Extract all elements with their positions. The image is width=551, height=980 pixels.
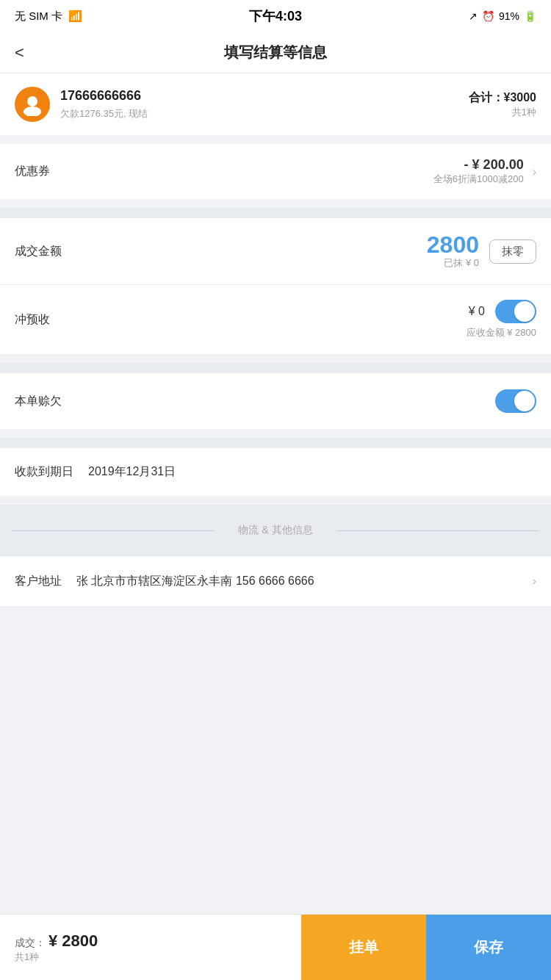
page-title: 填写结算等信息 xyxy=(224,43,327,62)
status-left: 无 SIM 卡 📶 xyxy=(15,10,82,24)
toggle-knob xyxy=(514,301,535,322)
customer-debt: 欠款1276.35元, 现结 xyxy=(60,107,148,120)
bottom-gray-area xyxy=(0,606,551,665)
coupon-chevron-icon: › xyxy=(533,165,536,179)
nav-bar: < 填写结算等信息 xyxy=(0,32,551,73)
deal-amount-right: 2800 已抹 ¥ 0 抹零 xyxy=(427,233,536,270)
address-row[interactable]: 客户地址 张 北京市市辖区海淀区永丰南 156 6666 6666 › xyxy=(0,556,551,606)
customer-info-card: 17666666666 欠款1276.35元, 现结 合计：¥3000 共1种 xyxy=(0,73,551,135)
deal-amount-sub: 已抹 ¥ 0 xyxy=(427,256,479,270)
prepayment-value: ¥ 0 xyxy=(469,305,485,318)
prepayment-sub: 应收金额 ¥ 2800 xyxy=(467,326,536,339)
suspend-button[interactable]: 挂单 xyxy=(301,915,426,981)
customer-details: 17666666666 欠款1276.35元, 现结 xyxy=(60,88,148,120)
customer-total: 合计：¥3000 共1种 xyxy=(469,90,537,119)
credit-debt-row: 本单赊欠 xyxy=(0,373,551,429)
coupon-desc: 全场6折满1000减200 xyxy=(433,173,524,186)
form-card-3: 收款到期日 2019年12月31日 xyxy=(0,448,551,496)
gray-divider-5 xyxy=(0,546,551,556)
logistics-divider: 物流 & 其他信息 xyxy=(0,515,551,546)
gray-divider-1 xyxy=(0,208,551,218)
due-date-label: 收款到期日 xyxy=(15,464,73,480)
sim-label: 无 SIM 卡 xyxy=(15,10,62,24)
gray-divider-3 xyxy=(0,438,551,448)
avatar xyxy=(15,87,50,122)
svg-point-0 xyxy=(27,96,37,107)
address-chevron-icon: › xyxy=(533,574,536,588)
credit-debt-toggle-knob xyxy=(514,391,535,411)
coupon-row[interactable]: 优惠券 - ¥ 200.00 全场6折满1000减200 › xyxy=(0,144,551,199)
coupon-label: 优惠券 xyxy=(15,164,50,179)
divider-line-right xyxy=(336,530,539,531)
total-count: 共1种 xyxy=(469,106,537,119)
alarm-icon: ⏰ xyxy=(482,10,494,22)
status-time: 下午4:03 xyxy=(249,7,302,25)
form-card-1: 成交金额 2800 已抹 ¥ 0 抹零 冲预收 ¥ 0 应收金额 ¥ 2800 xyxy=(0,218,551,354)
footer-count: 共1种 xyxy=(15,951,287,964)
save-button[interactable]: 保存 xyxy=(426,915,551,981)
deal-amount-label: 成交金额 xyxy=(15,244,62,259)
battery-icon: 🔋 xyxy=(524,10,536,22)
customer-left: 17666666666 欠款1276.35元, 现结 xyxy=(15,87,148,122)
deal-amount-value: 2800 xyxy=(427,233,479,256)
deal-amount-row: 成交金额 2800 已抹 ¥ 0 抹零 xyxy=(0,218,551,285)
back-button[interactable]: < xyxy=(15,43,24,62)
gray-divider-2 xyxy=(0,363,551,373)
logistics-divider-text: 物流 & 其他信息 xyxy=(238,524,312,537)
footer-info: 成交： ¥ 2800 共1种 xyxy=(0,932,301,964)
credit-debt-label: 本单赊欠 xyxy=(15,394,62,409)
round-zero-button[interactable]: 抹零 xyxy=(489,239,536,264)
prepayment-label: 冲预收 xyxy=(15,312,50,328)
svg-point-1 xyxy=(24,107,41,116)
total-amount: 合计：¥3000 xyxy=(469,90,537,106)
status-bar: 无 SIM 卡 📶 下午4:03 ↗ ⏰ 91% 🔋 xyxy=(0,0,551,32)
address-value: 张 北京市市辖区海淀区永丰南 156 6666 6666 xyxy=(76,572,527,590)
gray-divider-4 xyxy=(0,505,551,515)
coupon-right: - ¥ 200.00 全场6折满1000减200 › xyxy=(433,157,536,186)
location-icon: ↗ xyxy=(469,10,478,22)
status-right: ↗ ⏰ 91% 🔋 xyxy=(469,10,536,22)
content-area: 17666666666 欠款1276.35元, 现结 合计：¥3000 共1种 … xyxy=(0,73,551,738)
due-date-row: 收款到期日 2019年12月31日 xyxy=(0,448,551,496)
address-label: 客户地址 xyxy=(15,574,62,589)
due-date-value: 2019年12月31日 xyxy=(88,464,176,480)
footer-deal-label: 成交： xyxy=(15,937,46,950)
divider-line-left xyxy=(12,530,215,531)
prepayment-top: ¥ 0 xyxy=(469,300,536,323)
prepayment-right: ¥ 0 应收金额 ¥ 2800 xyxy=(467,300,536,339)
customer-phone: 17666666666 xyxy=(60,88,148,104)
footer-amount: ¥ 2800 xyxy=(48,932,98,951)
coupon-discount: - ¥ 200.00 xyxy=(433,157,524,173)
battery-label: 91% xyxy=(499,10,519,22)
credit-debt-toggle[interactable] xyxy=(495,389,536,413)
footer: 成交： ¥ 2800 共1种 挂单 保存 xyxy=(0,914,551,980)
form-card-2: 本单赊欠 xyxy=(0,373,551,429)
prepayment-toggle[interactable] xyxy=(495,300,536,323)
wifi-icon: 📶 xyxy=(68,10,82,23)
prepayment-row: 冲预收 ¥ 0 应收金额 ¥ 2800 xyxy=(0,285,551,354)
